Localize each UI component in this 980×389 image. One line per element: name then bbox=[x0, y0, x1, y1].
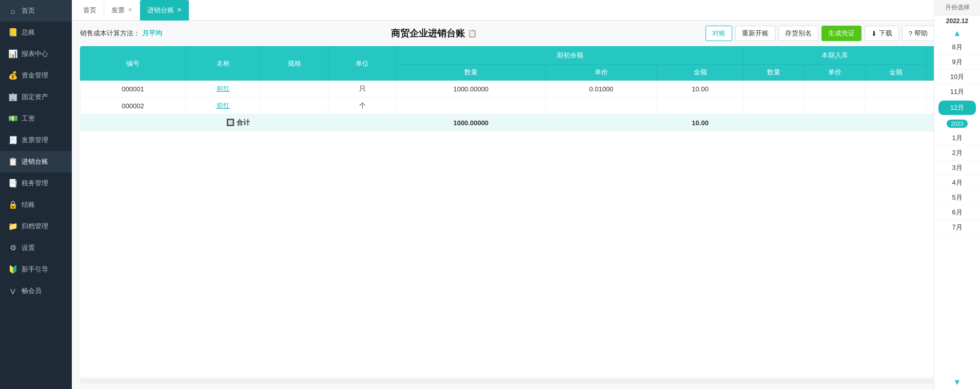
help-button[interactable]: ? 帮助 bbox=[902, 26, 934, 41]
cell-opening-qty bbox=[396, 98, 545, 114]
member-icon: V bbox=[8, 287, 17, 296]
page-content: 销售成本计算方法： 月平均 商贸企业进销台账 📋 对账 重新开账 存货别名 生成… bbox=[72, 21, 980, 389]
sidebar-item-general-ledger[interactable]: 📒 总账 bbox=[0, 22, 72, 43]
cost-method-label: 销售成本计算方法： bbox=[80, 29, 140, 37]
table-total-row: 🔲合计 1000.00000 10.00 bbox=[81, 114, 972, 131]
month-item-2023-3月[interactable]: 3月 bbox=[934, 161, 980, 176]
col-sub-opening-qty: 数量 bbox=[396, 65, 545, 81]
sidebar-item-inventory[interactable]: 📋 进销台账 bbox=[0, 151, 72, 172]
table-body: 000001 前红 只 1000.00000 0.01000 10.00 000… bbox=[81, 81, 972, 131]
total-opening-price bbox=[545, 114, 657, 131]
sidebar-label-reports: 报表中心 bbox=[22, 49, 48, 59]
cell-number: 000001 bbox=[81, 81, 186, 98]
col-header-unit: 单位 bbox=[328, 47, 396, 81]
sidebar-label-payroll: 工资 bbox=[22, 114, 35, 123]
name-link[interactable]: 前红 bbox=[217, 85, 230, 92]
save-alias-button[interactable]: 存货别名 bbox=[778, 26, 818, 41]
cell-number: 000002 bbox=[81, 98, 186, 114]
download-button[interactable]: ⬇ 下载 bbox=[865, 26, 899, 41]
sidebar-item-settings[interactable]: ⚙ 设置 bbox=[0, 237, 72, 259]
sidebar-item-guide[interactable]: 🔰 新手引导 bbox=[0, 259, 72, 280]
total-opening-amount: 10.00 bbox=[657, 114, 743, 131]
total-opening-qty: 1000.00000 bbox=[396, 114, 545, 131]
funds-icon: 💰 bbox=[8, 71, 17, 80]
col-sub-in-price: 单价 bbox=[805, 65, 866, 81]
info-icon[interactable]: 📋 bbox=[468, 29, 477, 37]
generate-voucher-button[interactable]: 生成凭证 bbox=[821, 26, 861, 41]
cell-spec bbox=[261, 98, 328, 114]
col-header-spec: 规格 bbox=[261, 47, 328, 81]
sidebar-item-member[interactable]: V 畅会员 bbox=[0, 280, 72, 302]
col-sub-in-amount: 金额 bbox=[865, 65, 926, 81]
sidebar-item-funds[interactable]: 💰 资金管理 bbox=[0, 65, 72, 86]
sidebar-item-archive[interactable]: 📁 归档管理 bbox=[0, 216, 72, 237]
sidebar-label-invoice-mgmt: 发票管理 bbox=[22, 135, 48, 145]
month-list: 8月9月10月11月12月20231月2月3月4月5月6月7月 bbox=[934, 40, 980, 376]
month-item-2022-9月[interactable]: 9月 bbox=[934, 55, 980, 70]
sidebar-label-settings: 设置 bbox=[22, 243, 35, 252]
reconcile-button[interactable]: 对账 bbox=[705, 26, 732, 41]
cell-in-qty bbox=[743, 81, 805, 98]
sidebar-label-tax: 税务管理 bbox=[22, 179, 48, 188]
tab-label-inventory-tab: 进销台账 bbox=[147, 6, 174, 15]
month-item-2022-10月[interactable]: 10月 bbox=[934, 70, 980, 85]
horizontal-scrollbar[interactable] bbox=[80, 379, 972, 384]
main-content: 首页发票✕进销台账✕ ✕ ⤢ 销售成本计算方法： 月平均 商贸企业进销台账 📋 … bbox=[72, 0, 980, 389]
download-icon: ⬇ bbox=[871, 30, 877, 37]
year-2023-badge: 2023 bbox=[947, 120, 967, 128]
month-item-2023-5月[interactable]: 5月 bbox=[934, 190, 980, 205]
month-scroll-down-button[interactable]: ▼ bbox=[934, 376, 980, 389]
page-header: 销售成本计算方法： 月平均 商贸企业进销台账 📋 对账 重新开账 存货别名 生成… bbox=[80, 26, 972, 41]
sidebar-item-payroll[interactable]: 💵 工资 bbox=[0, 108, 72, 129]
sidebar-item-fixed-assets[interactable]: 🏢 固定资产 bbox=[0, 86, 72, 108]
sidebar-label-fixed-assets: 固定资产 bbox=[22, 92, 48, 102]
col-sub-in-qty: 数量 bbox=[743, 65, 805, 81]
tab-close-invoice-tab[interactable]: ✕ bbox=[128, 7, 132, 13]
month-item-2023-4月[interactable]: 4月 bbox=[934, 176, 980, 190]
col-header-name: 名称 bbox=[186, 47, 261, 81]
month-item-2022-11月[interactable]: 11月 bbox=[934, 85, 980, 100]
sidebar-item-home[interactable]: ⌂ 首页 bbox=[0, 0, 72, 22]
sidebar-label-home: 首页 bbox=[22, 6, 35, 15]
cell-in-amount bbox=[865, 81, 926, 98]
cell-spec bbox=[261, 81, 328, 98]
name-link[interactable]: 前红 bbox=[217, 102, 230, 109]
tab-home-tab[interactable]: 首页 bbox=[76, 0, 104, 21]
month-scroll-up-button[interactable]: ▲ bbox=[934, 27, 980, 40]
sidebar-label-inventory: 进销台账 bbox=[22, 157, 48, 166]
cell-opening-qty: 1000.00000 bbox=[396, 81, 545, 98]
total-in-qty bbox=[743, 114, 805, 131]
sidebar-label-general-ledger: 总账 bbox=[22, 28, 35, 37]
inventory-table: 编号 名称 规格 单位 期初余额 本期入库 数 数量 单价 金额 数量 单价 bbox=[80, 46, 972, 131]
tab-close-inventory-tab[interactable]: ✕ bbox=[177, 7, 182, 13]
sidebar-label-funds: 资金管理 bbox=[22, 71, 48, 80]
general-ledger-icon: 📒 bbox=[8, 28, 17, 37]
reopen-button[interactable]: 重新开账 bbox=[735, 26, 775, 41]
cell-unit: 只 bbox=[328, 81, 396, 98]
cost-method-value: 月平均 bbox=[142, 29, 162, 37]
tab-inventory-tab[interactable]: 进销台账✕ bbox=[140, 0, 189, 21]
sidebar-item-tax[interactable]: 📑 税务管理 bbox=[0, 172, 72, 194]
cell-name: 前红 bbox=[186, 81, 261, 98]
page-title-text: 商贸企业进销台账 bbox=[391, 27, 465, 40]
sidebar-item-closing[interactable]: 🔒 结账 bbox=[0, 194, 72, 216]
cell-in-qty bbox=[743, 98, 805, 114]
sidebar-item-invoice-mgmt[interactable]: 🧾 发票管理 bbox=[0, 129, 72, 151]
total-in-amount bbox=[865, 114, 926, 131]
month-item-2023-1月[interactable]: 1月 bbox=[934, 131, 980, 146]
reports-icon: 📊 bbox=[8, 49, 17, 59]
tab-label-home-tab: 首页 bbox=[83, 6, 96, 15]
month-item-2022-12月[interactable]: 12月 bbox=[938, 101, 976, 115]
month-item-2023-7月[interactable]: 7月 bbox=[934, 220, 980, 235]
toolbar: 对账 重新开账 存货别名 生成凭证 ⬇ 下载 ? 帮助 ↻ 刷新 bbox=[705, 26, 972, 41]
month-item-2023-2月[interactable]: 2月 bbox=[934, 146, 980, 161]
fixed-assets-icon: 🏢 bbox=[8, 92, 17, 102]
month-item-2023-6月[interactable]: 6月 bbox=[934, 205, 980, 220]
month-item-2022-8月[interactable]: 8月 bbox=[934, 40, 980, 55]
inventory-table-wrapper: 编号 名称 规格 单位 期初余额 本期入库 数 数量 单价 金额 数量 单价 bbox=[80, 46, 972, 377]
tab-invoice-tab[interactable]: 发票✕ bbox=[104, 0, 140, 21]
archive-icon: 📁 bbox=[8, 222, 17, 231]
cell-in-amount bbox=[865, 98, 926, 114]
cell-in-price bbox=[805, 98, 866, 114]
sidebar-item-reports[interactable]: 📊 报表中心 bbox=[0, 43, 72, 65]
